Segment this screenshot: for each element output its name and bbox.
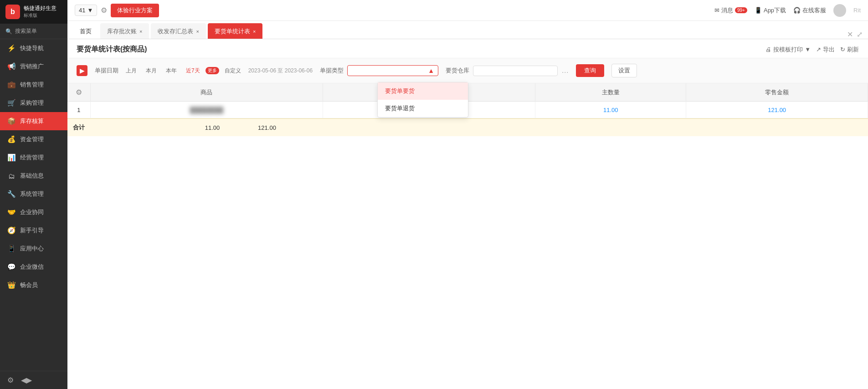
guide-icon: 🧭	[7, 226, 15, 235]
online-service-label: 在线客服	[802, 6, 826, 15]
sidebar-item-member[interactable]: 👑 畅会员	[0, 276, 67, 294]
online-service-item[interactable]: 🎧 在线客服	[793, 6, 826, 15]
dropdown-item-order-goods[interactable]: 要货单要货	[378, 82, 468, 100]
tab-batch-account[interactable]: 库存批次账 ×	[100, 23, 149, 39]
topbar-right: ✉ 消息 99+ 📱 App下载 🎧 在线客服 Rit	[714, 4, 861, 17]
inventory-icon: 📦	[7, 117, 15, 125]
row-no: 1	[67, 102, 90, 118]
tab-order-stats-close[interactable]: ×	[253, 29, 256, 34]
query-button[interactable]: 查询	[576, 64, 604, 77]
row-product: ████████	[90, 102, 323, 118]
type-input-wrapper[interactable]: ▲	[347, 65, 438, 76]
col-settings[interactable]: ⚙	[67, 83, 90, 102]
app-logo: b 畅捷通好生意 标准版	[0, 0, 67, 24]
finance-icon: 💰	[7, 135, 15, 143]
search-menu[interactable]: 🔍 搜索菜单	[0, 24, 67, 39]
search-icon: 🔍	[5, 28, 12, 35]
refresh-button[interactable]: ↻ 刷新	[840, 46, 859, 54]
template-print-button[interactable]: 🖨 按模板打印 ▼	[765, 46, 811, 54]
sidebar-label-member: 畅会员	[20, 281, 38, 289]
sidebar-item-marketing[interactable]: 📢 营销推广	[0, 57, 67, 76]
store-name: 41	[79, 7, 85, 14]
export-icon: ↗	[816, 46, 821, 53]
tab-receipt-summary[interactable]: 收发存汇总表 ×	[151, 23, 205, 39]
date-range-display: 2023-05-06 至 2023-06-06	[248, 67, 313, 75]
tab-home-label: 首页	[80, 27, 92, 36]
row-amount[interactable]: 121.00	[686, 102, 868, 118]
sidebar-item-finance[interactable]: 💰 资金管理	[0, 130, 67, 148]
wechat-icon: 💬	[7, 263, 15, 271]
sidebar-item-operations[interactable]: 📊 经营管理	[0, 148, 67, 167]
filter-row: ▶ 单据日期 上月 本月 本年 近7天 更多 自定义 2023-05-06 至 …	[67, 58, 868, 83]
tab-home[interactable]: 首页	[73, 23, 98, 39]
topbar-settings-icon[interactable]: ⚙	[101, 6, 107, 15]
sidebar-label-purchase: 采购管理	[20, 99, 44, 107]
printer-icon: 🖨	[765, 46, 771, 53]
sidebar-label-finance: 资金管理	[20, 135, 44, 143]
page-title: 要货单统计表(按商品)	[77, 45, 147, 54]
sidebar-item-wechat[interactable]: 💬 企业微信	[0, 258, 67, 276]
message-icon: ✉	[714, 7, 719, 14]
settings-button[interactable]: 设置	[611, 64, 637, 77]
refresh-icon: ↻	[840, 46, 845, 53]
sidebar-item-purchase[interactable]: 🛒 采购管理	[0, 94, 67, 112]
tabs-expand-icon[interactable]: ⤢	[857, 30, 863, 39]
sidebar-item-base-info[interactable]: 🗂 基础信息	[0, 167, 67, 185]
logo-icon: b	[5, 5, 20, 19]
tabs-close-icon[interactable]: ✕	[847, 30, 853, 39]
warehouse-input[interactable]	[477, 67, 554, 74]
tab-batch-account-close[interactable]: ×	[139, 29, 142, 34]
messages-item[interactable]: ✉ 消息 99+	[714, 6, 747, 15]
sidebar-item-app-center[interactable]: 📱 应用中心	[0, 240, 67, 258]
sidebar-label-enterprise: 企业协同	[20, 208, 44, 216]
app-download-label: App下载	[764, 6, 786, 15]
purchase-icon: 🛒	[7, 99, 15, 107]
type-input[interactable]	[351, 67, 428, 74]
date-btn-this-year[interactable]: 本年	[162, 66, 180, 76]
app-center-icon: 📱	[7, 245, 15, 253]
tab-order-stats[interactable]: 要货单统计表 ×	[208, 23, 262, 39]
sidebar-footer: ⚙ ◀▶	[0, 371, 67, 389]
tab-receipt-summary-label: 收发存汇总表	[158, 27, 193, 36]
sidebar-item-quick-nav[interactable]: ⚡ 快捷导航	[0, 39, 67, 57]
date-btn-this-month[interactable]: 本月	[142, 66, 160, 76]
warehouse-more-icon[interactable]: …	[561, 67, 569, 75]
settings-footer-icon[interactable]: ⚙	[7, 376, 14, 384]
sidebar-item-system[interactable]: 🔧 系统管理	[0, 185, 67, 203]
collapse-icon[interactable]: ◀▶	[21, 376, 32, 384]
date-btn-last-7-days[interactable]: 近7天	[182, 66, 204, 76]
date-btn-custom[interactable]: 自定义	[221, 66, 245, 76]
date-more-badge[interactable]: 更多	[205, 67, 219, 74]
sales-icon: 💼	[7, 81, 15, 89]
dropdown-item-order-return[interactable]: 要货单退货	[378, 100, 468, 117]
date-btn-last-month[interactable]: 上月	[122, 66, 140, 76]
filter-expand-button[interactable]: ▶	[77, 65, 87, 76]
warehouse-label: 要货仓库	[446, 67, 469, 75]
operations-icon: 📊	[7, 154, 15, 162]
headset-icon: 🎧	[793, 7, 801, 14]
sidebar-item-enterprise[interactable]: 🤝 企业协同	[0, 203, 67, 221]
app-download-item[interactable]: 📱 App下载	[755, 6, 786, 15]
date-filter-label: 单据日期	[95, 67, 118, 75]
topbar: 41 ▼ ⚙ 体验行业方案 ✉ 消息 99+ 📱 App下载 🎧 在线客服 Ri…	[67, 0, 868, 21]
store-selector[interactable]: 41 ▼	[75, 5, 97, 16]
tab-receipt-summary-close[interactable]: ×	[196, 29, 199, 34]
export-button[interactable]: ↗ 导出	[816, 46, 835, 54]
user-avatar[interactable]	[833, 4, 846, 17]
sidebar-label-system: 系统管理	[20, 190, 44, 198]
warehouse-filter-group: 要货仓库 …	[446, 66, 569, 76]
row-quantity[interactable]: 11.00	[535, 102, 686, 118]
col-settings-icon[interactable]: ⚙	[76, 88, 82, 96]
sidebar-item-guide[interactable]: 🧭 新手引导	[0, 221, 67, 240]
trial-button[interactable]: 体验行业方案	[111, 4, 159, 17]
brand-name: 畅捷通好生意	[24, 5, 56, 12]
warehouse-input-wrapper[interactable]	[473, 66, 558, 76]
type-dropdown-arrow[interactable]: ▲	[428, 67, 434, 74]
sidebar-label-quick-nav: 快捷导航	[20, 44, 44, 52]
footer-quantity: 11.00	[194, 124, 231, 131]
col-quantity: 主数量	[535, 83, 686, 102]
sidebar-item-sales[interactable]: 💼 销售管理	[0, 76, 67, 94]
system-icon: 🔧	[7, 190, 15, 198]
sidebar: b 畅捷通好生意 标准版 🔍 搜索菜单 ⚡ 快捷导航 📢 营销推广 💼 销售管理…	[0, 0, 67, 389]
sidebar-item-inventory[interactable]: 📦 库存核算	[0, 112, 67, 130]
